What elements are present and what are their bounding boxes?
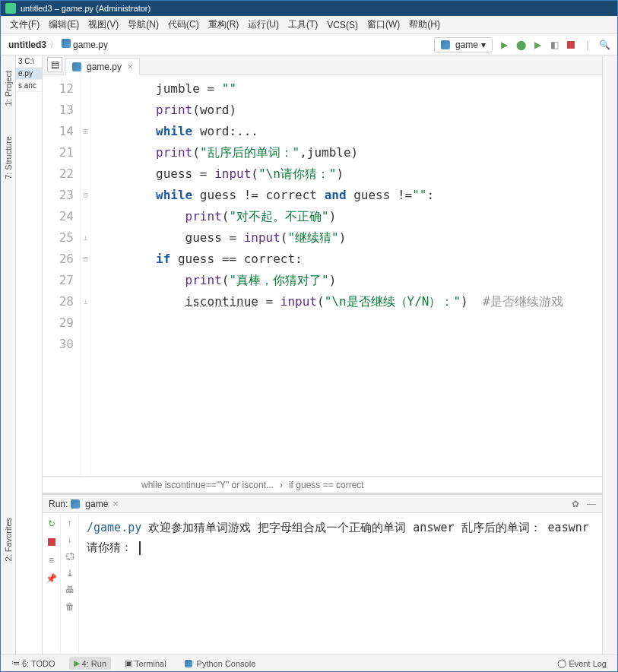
- divider: |: [582, 40, 593, 50]
- tool-run-button[interactable]: ▶4: Run: [69, 657, 111, 670]
- line-numbers: 12131421222324252627282930: [43, 75, 81, 476]
- console-line: answer: [413, 521, 454, 534]
- navigation-bar: untitled3 〉 game.py game ▾ ▶ ⬤ ▶ ◧ | 🔍: [1, 34, 617, 55]
- run-toolbar-left: ↻ ≡ 📌: [43, 513, 61, 655]
- fold-column[interactable]: ⊞ ⊟ ⊥⊟ ⊥: [81, 75, 91, 476]
- soft-wrap-button[interactable]: ⮔: [65, 551, 74, 562]
- console-line: 把字母组合成一个正确的单词: [258, 521, 406, 534]
- menu-bar: 文件(F) 编辑(E) 视图(V) 导航(N) 代码(C) 重构(R) 运行(U…: [1, 16, 617, 34]
- breadcrumb-scope-2[interactable]: if guess == correct: [289, 480, 364, 490]
- python-icon: [441, 40, 450, 49]
- menu-refactor[interactable]: 重构(R): [205, 16, 242, 33]
- menu-help[interactable]: 帮助(H): [406, 16, 443, 33]
- attach-button[interactable]: ◧: [549, 40, 559, 50]
- code-text[interactable]: jumble = "" print(word) while word:... p…: [91, 75, 602, 476]
- scroll-end-button[interactable]: ⤓: [66, 568, 74, 578]
- menu-edit[interactable]: 编辑(E): [46, 16, 82, 33]
- event-log-button[interactable]: ◯Event Log: [553, 657, 611, 670]
- console-output[interactable]: /game.py 欢迎参加猜单词游戏 把字母组合成一个正确的单词 answer …: [79, 513, 602, 655]
- run-settings-button[interactable]: ✿: [572, 499, 579, 509]
- run-config-selector[interactable]: game ▾: [434, 37, 493, 52]
- text-caret: [139, 541, 141, 555]
- project-view[interactable]: 3 C:\ e.py s anc: [16, 55, 43, 655]
- project-file-node[interactable]: e.py: [16, 68, 42, 80]
- console-line: 欢迎参加猜单词游戏: [148, 521, 251, 534]
- crumb-file[interactable]: game.py: [62, 39, 108, 50]
- tool-favorites-tab[interactable]: 2: Favorites: [4, 518, 13, 561]
- crumb-separator-icon: 〉: [49, 38, 59, 51]
- breadcrumb-separator-icon: ›: [280, 480, 283, 490]
- tool-structure-tab[interactable]: 7: Structure: [4, 136, 13, 179]
- tool-todo-button[interactable]: ≔6: TODO: [7, 657, 60, 670]
- run-minimize-button[interactable]: —: [587, 499, 596, 509]
- debug-button[interactable]: ⬤: [515, 40, 526, 50]
- tab-game-py[interactable]: game.py ×: [65, 58, 140, 75]
- status-bar: ≔6: TODO ▶4: Run ▣Terminal Python Consol…: [1, 655, 617, 671]
- window-titlebar: untitled3 – game.py (Administrator): [1, 1, 617, 16]
- menu-run[interactable]: 运行(U): [245, 16, 282, 33]
- python-file-icon: [62, 39, 71, 48]
- stop-run-button[interactable]: [46, 536, 58, 548]
- run-panel-target: game: [85, 499, 108, 509]
- menu-tools[interactable]: 工具(T): [285, 16, 321, 33]
- python-icon: [71, 499, 80, 509]
- console-line: 乱序后的单词： easwnr: [461, 521, 589, 534]
- collapse-project-button[interactable]: ▤: [47, 57, 62, 72]
- stop-button[interactable]: [566, 40, 576, 50]
- pin-button[interactable]: 📌: [46, 572, 58, 585]
- console-line: /game.py: [87, 521, 141, 534]
- run-toolbar-secondary: ↑ ↓ ⮔ ⤓ 🖶 🗑: [61, 513, 79, 655]
- tab-label: game.py: [87, 62, 122, 72]
- tool-terminal-button[interactable]: ▣Terminal: [120, 657, 171, 670]
- tool-python-console-button[interactable]: Python Console: [180, 658, 261, 670]
- window-title: untitled3 – game.py (Administrator): [21, 4, 151, 13]
- layout-button[interactable]: ≡: [46, 554, 58, 566]
- tool-project-tab[interactable]: 1: Project: [4, 71, 13, 106]
- app-icon: [5, 3, 16, 14]
- breadcrumb-scope-1[interactable]: while iscontinue=="Y" or iscont...: [141, 480, 274, 490]
- menu-window[interactable]: 窗口(W): [364, 16, 403, 33]
- crumb-project[interactable]: untitled3: [8, 40, 46, 50]
- menu-navigate[interactable]: 导航(N): [125, 16, 162, 33]
- tab-close-icon[interactable]: ×: [128, 62, 133, 72]
- run-panel-title: Run:: [49, 499, 68, 509]
- run-with-coverage-button[interactable]: ▶: [532, 40, 543, 50]
- project-root-node[interactable]: 3 C:\: [16, 55, 42, 68]
- menu-vcs[interactable]: VCS(S): [324, 17, 361, 33]
- menu-file[interactable]: 文件(F): [7, 16, 43, 33]
- project-ext-node[interactable]: s anc: [16, 80, 42, 92]
- rerun-button[interactable]: ↻: [46, 518, 58, 530]
- editor-tabbar: ▤ game.py ×: [43, 55, 602, 75]
- print-button[interactable]: 🖶: [65, 585, 74, 595]
- run-panel: Run: game × ✿ — ↻ ≡ 📌: [43, 495, 602, 655]
- run-tab-close-icon[interactable]: ×: [113, 499, 118, 509]
- run-config-label: game: [455, 40, 478, 50]
- search-everywhere-button[interactable]: 🔍: [599, 40, 610, 50]
- delete-button[interactable]: 🗑: [65, 601, 74, 612]
- menu-code[interactable]: 代码(C): [165, 16, 202, 33]
- menu-view[interactable]: 视图(V): [85, 16, 122, 33]
- code-editor[interactable]: 12131421222324252627282930 ⊞ ⊟ ⊥⊟ ⊥ jumb…: [43, 75, 602, 476]
- code-breadcrumb: while iscontinue=="Y" or iscont... › if …: [43, 476, 602, 493]
- run-button[interactable]: ▶: [499, 40, 509, 50]
- up-button[interactable]: ↑: [68, 518, 72, 528]
- python-file-icon: [72, 62, 81, 71]
- console-line: 请你猜：: [87, 540, 132, 554]
- down-button[interactable]: ↓: [68, 534, 72, 545]
- right-tool-strip: [602, 55, 617, 655]
- chevron-down-icon: ▾: [481, 40, 486, 50]
